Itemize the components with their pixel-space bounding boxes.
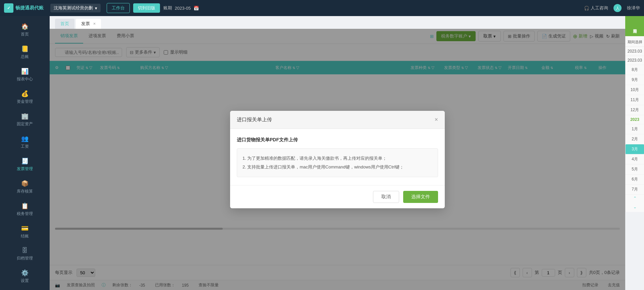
username: 徐泽华 bbox=[627, 5, 640, 11]
tab-invoice[interactable]: 发票 × bbox=[76, 19, 101, 29]
sidebar-item-ledger[interactable]: 📒 总账 bbox=[3, 42, 47, 63]
sidebar-item-label: 库存核算 bbox=[17, 189, 33, 194]
funds-icon: 💰 bbox=[21, 90, 29, 97]
sidebar-item-archive[interactable]: 🗄 归档管理 bbox=[3, 244, 47, 265]
logo-icon: ✓ bbox=[4, 3, 13, 13]
period-value: 2023-05 bbox=[175, 6, 191, 11]
sidebar-item-settings[interactable]: ⚙️ 设置 bbox=[3, 266, 47, 287]
sidebar-item-label: 资金管理 bbox=[17, 99, 33, 104]
period-item[interactable]: 11月 bbox=[626, 95, 644, 105]
modal-title: 进口报关单上传 bbox=[237, 117, 272, 123]
sidebar-item-label: 税务管理 bbox=[17, 211, 33, 217]
period-collapse-btn[interactable]: ⌃ bbox=[632, 195, 638, 202]
modal-footer: 取消 选择文件 bbox=[230, 185, 445, 208]
modal-close-btn[interactable]: × bbox=[434, 116, 438, 123]
modal-overlay: 进口报关单上传 × 进口货物报关单PDF文件上传 1. 为了更加精准的数据匹配，… bbox=[50, 29, 625, 290]
modal: 进口报关单上传 × 进口货物报关单PDF文件上传 1. 为了更加精准的数据匹配，… bbox=[230, 111, 445, 208]
sidebar-item-home[interactable]: 🏠 首页 bbox=[3, 19, 47, 41]
period-select-label: 期间选择 bbox=[626, 38, 644, 47]
period-item[interactable]: 12月 bbox=[626, 105, 644, 115]
sidebar: 🏠 首页 📒 总账 📊 报表中心 💰 资金管理 🏢 固定资产 👥 工资 🧾 发票… bbox=[0, 16, 50, 290]
service-btn[interactable]: 🎧 人工咨询 bbox=[584, 5, 608, 11]
modal-info-box: 1. 为了更加精准的数据匹配，请先录入海关缴款书，再上传对应的报关单； 2. 支… bbox=[237, 148, 438, 177]
sidebar-item-label: 首页 bbox=[21, 31, 29, 37]
calendar-icon: 📅 bbox=[194, 6, 199, 11]
sidebar-item-invoices[interactable]: 🧾 发票管理 bbox=[3, 154, 47, 175]
sidebar-item-payroll[interactable]: 👥 工资 bbox=[3, 132, 47, 153]
reports-icon: 📊 bbox=[21, 68, 29, 75]
archive-icon: 🗄 bbox=[22, 247, 28, 254]
period-item[interactable]: 2023.03 bbox=[626, 56, 644, 65]
app-name: 畅捷通易代账 bbox=[15, 5, 44, 11]
sidebar-item-tax[interactable]: 📋 税务管理 bbox=[3, 199, 47, 220]
workspace-btn[interactable]: 工作台 bbox=[107, 3, 130, 13]
modal-cancel-btn[interactable]: 取消 bbox=[373, 191, 399, 203]
period-item[interactable]: 8月 bbox=[626, 65, 644, 75]
sidebar-item-label: 设置 bbox=[21, 278, 29, 284]
sidebar-item-label: 工资 bbox=[21, 144, 29, 149]
period-item[interactable]: 6月 bbox=[626, 174, 644, 185]
period-item-active[interactable]: 3月 bbox=[626, 144, 644, 154]
period-item[interactable]: 7月 bbox=[626, 185, 644, 195]
modal-body: 进口货物报关单PDF文件上传 1. 为了更加精准的数据匹配，请先录入海关缴款书，… bbox=[230, 129, 445, 185]
top-bar: ✓ 畅捷通易代账 沈海英测试经营勿删 ▾ 工作台 切到旧版 账期 2023-05… bbox=[0, 0, 644, 16]
headset-icon: 🎧 bbox=[584, 6, 589, 11]
modal-header: 进口报关单上传 × bbox=[230, 111, 445, 129]
open-date-btn[interactable]: 开票日期 bbox=[625, 16, 644, 36]
period-item[interactable]: 2月 bbox=[626, 134, 644, 144]
period-item[interactable]: 1月 bbox=[626, 124, 644, 134]
period-item[interactable]: 5月 bbox=[626, 164, 644, 174]
sidebar-item-funds[interactable]: 💰 资金管理 bbox=[3, 87, 47, 108]
home-icon: 🏠 bbox=[21, 23, 29, 30]
right-side: 开票日期 期间选择 2023.03 2023.03 8月 9月 10月 11月 … bbox=[625, 16, 644, 290]
sidebar-item-label: 总账 bbox=[21, 54, 29, 60]
modal-instruction-1: 1. 为了更加精准的数据匹配，请先录入海关缴款书，再上传对应的报关单； bbox=[243, 154, 432, 163]
invoices-icon: 🧾 bbox=[21, 157, 29, 165]
sidebar-item-inventory[interactable]: 📦 库存核算 bbox=[3, 176, 47, 198]
service-label: 人工咨询 bbox=[591, 5, 608, 11]
switch-version-btn[interactable]: 切到旧版 bbox=[133, 3, 160, 13]
inventory-icon: 📦 bbox=[21, 180, 29, 187]
avatar: 人 bbox=[613, 4, 622, 12]
sidebar-item-label: 固定资产 bbox=[17, 121, 33, 127]
settle-icon: 💳 bbox=[21, 225, 29, 232]
sidebar-item-label: 归档管理 bbox=[17, 256, 33, 261]
tab-home[interactable]: 首页 bbox=[55, 19, 74, 29]
chevron-down-icon: ▾ bbox=[95, 6, 97, 11]
tab-invoice-label: 发票 bbox=[81, 21, 90, 26]
tab-close-btn[interactable]: × bbox=[93, 21, 96, 26]
sidebar-item-reports[interactable]: 📊 报表中心 bbox=[3, 64, 47, 85]
period-label: 账期 bbox=[163, 5, 172, 11]
assets-icon: 🏢 bbox=[21, 113, 29, 120]
tab-bar: 首页 发票 × bbox=[50, 16, 625, 29]
main-layout: 🏠 首页 📒 总账 📊 报表中心 💰 资金管理 🏢 固定资产 👥 工资 🧾 发票… bbox=[0, 16, 644, 290]
company-name: 沈海英测试经营勿删 bbox=[54, 5, 93, 11]
period-item[interactable]: 10月 bbox=[626, 85, 644, 95]
sidebar-item-label: 发票管理 bbox=[17, 166, 33, 172]
period-panel: 期间选择 2023.03 2023.03 8月 9月 10月 11月 12月 2… bbox=[625, 36, 644, 212]
top-bar-right: 🎧 人工咨询 人 徐泽华 bbox=[584, 4, 640, 12]
period-item[interactable]: 2023.03 bbox=[626, 47, 644, 56]
company-selector[interactable]: 沈海英测试经营勿删 ▾ bbox=[50, 4, 101, 12]
settings-icon: ⚙️ bbox=[21, 269, 29, 277]
sidebar-item-assets[interactable]: 🏢 固定资产 bbox=[3, 109, 47, 130]
sidebar-item-settle[interactable]: 💳 结账 bbox=[3, 221, 47, 242]
ledger-icon: 📒 bbox=[21, 45, 29, 53]
period-item-year[interactable]: 2023 bbox=[626, 115, 644, 124]
tax-icon: 📋 bbox=[21, 202, 29, 210]
modal-select-file-btn[interactable]: 选择文件 bbox=[403, 191, 438, 203]
content-area: 首页 发票 × 销项发票 进项发票 费用小票 ⊞ bbox=[50, 16, 625, 290]
sidebar-item-label: 结账 bbox=[21, 233, 29, 239]
modal-body-title: 进口货物报关单PDF文件上传 bbox=[237, 137, 438, 143]
page-content: 销项发票 进项发票 费用小票 ⊞ 税务数字账户 ▾ 取票 ▾ bbox=[50, 29, 625, 290]
period-expand-btn[interactable]: ⌄ bbox=[632, 203, 638, 211]
sidebar-item-guide[interactable]: 📌 新手引导 bbox=[3, 288, 47, 290]
sidebar-item-label: 报表中心 bbox=[17, 76, 33, 82]
tab-home-label: 首页 bbox=[60, 21, 69, 26]
payroll-icon: 👥 bbox=[21, 135, 29, 142]
app-logo: ✓ 畅捷通易代账 bbox=[4, 3, 44, 13]
period-item[interactable]: 4月 bbox=[626, 154, 644, 164]
period-info: 账期 2023-05 📅 bbox=[163, 5, 199, 11]
period-item[interactable]: 9月 bbox=[626, 75, 644, 85]
modal-instruction-2: 2. 支持批量上传进口报关单，mac用户使用Command键，windows用户… bbox=[243, 163, 432, 171]
